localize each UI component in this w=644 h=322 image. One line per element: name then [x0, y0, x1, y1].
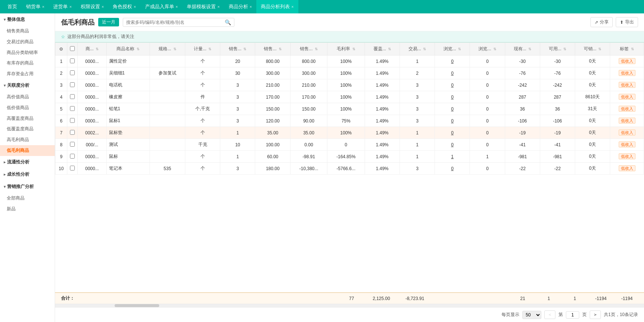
next-page-button[interactable]: ＞ — [590, 310, 601, 319]
nav-roles[interactable]: 角色授权 × — [108, 0, 140, 13]
row-checkbox[interactable] — [70, 118, 75, 123]
views1-link[interactable]: 0 — [451, 106, 454, 112]
table-container[interactable]: ⚙ 商... ⇅ 商品名称 ⇅ 规格... ⇅ 计量... ⇅ 销售... ⇅ … — [55, 42, 644, 292]
row-checkbox[interactable] — [70, 166, 75, 170]
row-checkbox-cell[interactable] — [67, 127, 78, 139]
nav-permissions[interactable]: 权限设置 × — [76, 0, 108, 13]
sidebar-item-high-coverage[interactable]: 高覆盖度商品 — [0, 113, 55, 124]
row-trade-count: 1 — [400, 139, 435, 151]
nav-product-analysis[interactable]: 商品分析 × — [224, 0, 256, 13]
sidebar-item-high-value[interactable]: 高价值商品 — [0, 92, 55, 102]
saleable-value: 0天 — [589, 154, 596, 159]
row-sale-qty: 3 — [220, 91, 255, 103]
row-views1[interactable]: 0 — [435, 79, 470, 91]
row-sale-profit: 170.00 — [290, 91, 327, 103]
row-checkbox-cell[interactable] — [67, 115, 78, 127]
col-checkbox[interactable] — [67, 43, 78, 55]
views1-link[interactable]: 0 — [451, 95, 454, 100]
nav-inventory[interactable]: 产成品入库单 × — [141, 0, 182, 13]
nav-template[interactable]: 单据模板设置 × — [182, 0, 224, 13]
row-views1[interactable]: 0 — [435, 163, 470, 175]
row-checkbox-cell[interactable] — [67, 55, 78, 67]
views1-link[interactable]: 0 — [451, 166, 454, 171]
nav-close-permissions[interactable]: × — [102, 4, 104, 9]
page-size-select[interactable]: 50 100 200 — [522, 311, 541, 319]
col-settings[interactable]: ⚙ — [55, 43, 67, 55]
row-checkbox-cell[interactable] — [67, 103, 78, 115]
nav-product-analysis-list[interactable]: 商品分析列表 × — [256, 0, 298, 13]
row-checkbox[interactable] — [70, 58, 75, 63]
page-number-input[interactable] — [566, 311, 579, 319]
row-sale-qty: 3 — [220, 115, 255, 127]
row-views1[interactable]: 0 — [435, 127, 470, 139]
sidebar-item-traded-goods[interactable]: 交易过的商品 — [0, 36, 55, 47]
search-icon[interactable]: 🔍 — [225, 19, 231, 25]
nav-purchase[interactable]: 进货单 × — [49, 0, 76, 13]
col-coverage: 覆盖... ⇅ — [365, 43, 400, 55]
date-filter-button[interactable]: 近一月 — [98, 18, 119, 26]
row-checkbox-cell[interactable] — [67, 79, 78, 91]
nav-close-product-analysis-list[interactable]: × — [291, 4, 294, 9]
sidebar-item-category-sales-rate[interactable]: 商品分类助销率 — [0, 47, 55, 58]
row-checkbox[interactable] — [70, 82, 75, 87]
row-checkbox[interactable] — [70, 94, 75, 99]
row-checkbox-cell[interactable] — [67, 163, 78, 175]
nav-sales[interactable]: 销货单 × — [22, 0, 49, 13]
row-views1[interactable]: 0 — [435, 139, 470, 151]
row-checkbox[interactable] — [70, 130, 75, 135]
row-current: -22 — [505, 163, 540, 175]
row-unit: 个 — [185, 151, 220, 163]
row-views1[interactable]: 0 — [435, 55, 470, 67]
nav-close-template[interactable]: × — [217, 4, 220, 9]
views1-link[interactable]: 0 — [451, 118, 454, 124]
sidebar-group-correlation: ▾ 关联度分析 高价值商品 低价值商品 高覆盖度商品 低覆盖度商品 高毛利商品 … — [0, 79, 55, 156]
sidebar-item-in-stock[interactable]: 有库存的商品 — [0, 58, 55, 68]
row-checkbox-cell[interactable] — [67, 151, 78, 163]
nav-close-roles[interactable]: × — [134, 4, 136, 9]
nav-close-inventory[interactable]: × — [176, 4, 178, 9]
row-checkbox-cell[interactable] — [67, 67, 78, 79]
views1-link[interactable]: 0 — [451, 83, 454, 88]
row-name: 电话机 — [106, 79, 150, 91]
sidebar-item-low-coverage[interactable]: 低覆盖度商品 — [0, 124, 55, 134]
sidebar-item-low-margin[interactable]: 低毛利商品 — [0, 145, 55, 156]
row-views1[interactable]: 0 — [435, 91, 470, 103]
views1-link[interactable]: 1 — [451, 154, 454, 159]
row-checkbox[interactable] — [70, 70, 75, 75]
export-button[interactable]: ⬆ 导出 — [616, 17, 638, 27]
sidebar-item-all-goods[interactable]: 全部商品 — [0, 193, 55, 204]
nav-close-sales[interactable]: × — [42, 4, 44, 9]
row-checkbox[interactable] — [70, 106, 75, 111]
nav-close-product-analysis[interactable]: × — [250, 4, 252, 9]
row-views1[interactable]: 0 — [435, 67, 470, 79]
sidebar-item-new-goods[interactable]: 新品 — [0, 204, 55, 214]
views1-link[interactable]: 0 — [451, 130, 454, 136]
row-views1[interactable]: 0 — [435, 103, 470, 115]
sidebar-item-low-value[interactable]: 低价值商品 — [0, 102, 55, 113]
select-all-checkbox[interactable] — [70, 46, 75, 51]
row-views1[interactable]: 0 — [435, 115, 470, 127]
sidebar-group-marketing-title[interactable]: ▾ 营销推广分析 — [0, 181, 55, 193]
row-checkbox[interactable] — [70, 142, 75, 147]
sidebar-group-growth-title[interactable]: ▸ 成长性分析 — [0, 168, 55, 181]
share-button[interactable]: ⇗ 分享 — [590, 17, 613, 27]
views1-link[interactable]: 0 — [451, 59, 454, 64]
search-input[interactable] — [126, 20, 223, 25]
sidebar-group-liquidity-title[interactable]: ▸ 流通性分析 — [0, 156, 55, 168]
sidebar-group-overall-title[interactable]: ▾ 整体信息 — [0, 13, 55, 26]
prev-page-button[interactable]: ＜ — [544, 310, 555, 319]
row-checkbox[interactable] — [70, 154, 75, 159]
nav-home[interactable]: 首页 — [3, 0, 22, 13]
sidebar-item-inventory-capital[interactable]: 库存资金占用 — [0, 68, 55, 79]
views1-link[interactable]: 0 — [451, 142, 454, 147]
row-saleable: 31天 — [575, 103, 610, 115]
row-checkbox-cell[interactable] — [67, 139, 78, 151]
sidebar-item-high-margin[interactable]: 高毛利商品 — [0, 134, 55, 145]
sidebar-group-correlation-title[interactable]: ▾ 关联度分析 — [0, 79, 55, 92]
row-checkbox-cell[interactable] — [67, 91, 78, 103]
row-views1[interactable]: 1 — [435, 151, 470, 163]
sidebar-item-sales-goods[interactable]: 销售类商品 — [0, 26, 55, 36]
nav-close-purchase[interactable]: × — [69, 4, 71, 9]
bottom-scrollbar[interactable] — [55, 304, 644, 307]
views1-link[interactable]: 0 — [451, 71, 454, 76]
